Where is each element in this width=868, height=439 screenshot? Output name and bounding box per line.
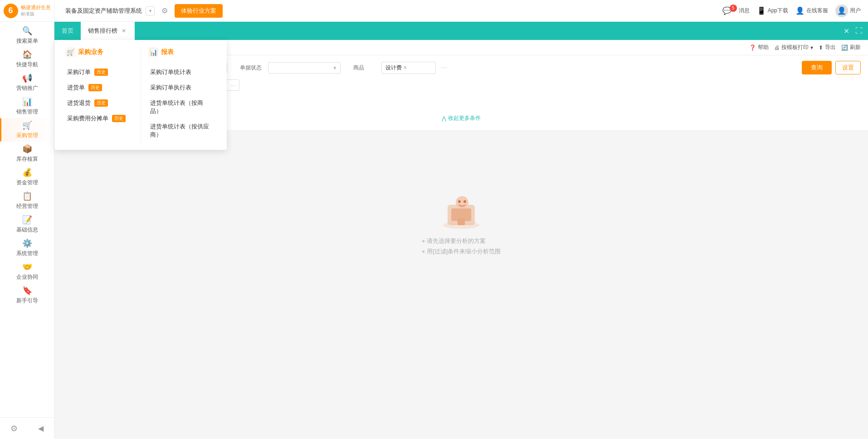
home-icon: 🏠 <box>22 49 32 59</box>
report-order-exec-label: 采购订单执行表 <box>150 84 191 92</box>
operations-icon: 📋 <box>22 191 32 201</box>
logo-area: 6 畅捷通好生意 标准版 <box>0 0 54 22</box>
print-label: 按模板打印 <box>781 44 809 51</box>
tab-home[interactable]: 首页 <box>54 22 81 40</box>
tab-home-label: 首页 <box>62 27 73 35</box>
svg-rect-6 <box>458 218 465 225</box>
system-icon: ⚙️ <box>22 238 32 248</box>
sidebar-label-search: 搜索菜单 <box>16 37 38 45</box>
tab-maximize-btn[interactable]: ⛶ <box>853 25 864 36</box>
sidebar-item-operations[interactable]: 📋 经营管理 <box>0 189 54 212</box>
purchase-receipt-hist: 历史 <box>88 84 102 91</box>
print-dropdown-icon: ▾ <box>810 44 813 51</box>
empty-tip-2: 用[过滤]条件来缩小分析范围 <box>427 248 501 255</box>
goods-more-btn[interactable]: ··· <box>441 64 447 72</box>
top-header: 装备及固定资产辅助管理系统 ▾ ⚙ 体验行业方案 💬 5 消息 📱 App下载 … <box>54 0 868 22</box>
sidebar-nav: 🔍 搜索菜单 🏠 快捷导航 📢 营销推广 📊 销售管理 🛒 采购管理 📦 库存核… <box>0 22 54 417</box>
tab-sales-rank[interactable]: 销售排行榜 ✕ <box>81 22 135 40</box>
report-receipt-supplier-item[interactable]: 进货单统计表（按供应商） <box>148 119 216 143</box>
tab-sales-rank-label: 销售排行榜 <box>88 27 117 35</box>
system-settings-btn[interactable]: ⚙ <box>158 5 171 17</box>
export-btn[interactable]: ⬆ 导出 <box>819 44 836 51</box>
sidebar-label-guide: 新手引导 <box>16 297 38 305</box>
settings-bottom-icon[interactable]: ⚙ <box>10 424 18 434</box>
tab-close-btn[interactable]: ✕ <box>120 27 127 35</box>
report-order-exec-item[interactable]: 采购订单执行表 <box>148 80 216 95</box>
sidebar-item-system[interactable]: ⚙️ 系统管理 <box>0 236 54 260</box>
tabs-bar: 首页 销售排行榜 ✕ ✕ ⛶ <box>54 22 868 40</box>
service-icon: 👤 <box>795 6 805 15</box>
purchase-return-item[interactable]: 进货退货 历史 <box>65 95 137 111</box>
salesman-more-btn[interactable]: ··· <box>230 82 235 89</box>
sidebar-item-funds[interactable]: 💰 资金管理 <box>0 165 54 189</box>
goods-tag-close[interactable]: × <box>404 64 407 71</box>
sidebar-label-funds: 资金管理 <box>16 179 38 187</box>
header-center: 装备及固定资产辅助管理系统 ▾ ⚙ 体验行业方案 <box>62 4 722 18</box>
online-service-btn[interactable]: 👤 在线客服 <box>795 6 828 15</box>
sidebar-item-inventory[interactable]: 📦 库存核算 <box>0 142 54 165</box>
sidebar-item-collab[interactable]: 🤝 企业协同 <box>0 260 54 283</box>
sidebar-item-sales[interactable]: 📊 销售管理 <box>0 94 54 118</box>
purchase-section: 🛒 采购业务 采购订单 历史 进货单 历史 进货退货 历史 采购费用分摊单 历史 <box>62 47 141 143</box>
sidebar-item-marketing[interactable]: 📢 营销推广 <box>0 71 54 94</box>
sidebar-item-search[interactable]: 🔍 搜索菜单 <box>0 24 54 47</box>
collapse-icon: ⋀ <box>442 115 446 122</box>
export-icon: ⬆ <box>819 44 823 51</box>
report-receipt-supplier-label: 进货单统计表（按供应商） <box>150 123 214 139</box>
purchase-order-label: 采购订单 <box>67 68 91 76</box>
logo-icon: 6 <box>4 4 18 18</box>
refresh-btn[interactable]: 🔄 刷新 <box>841 44 861 51</box>
message-btn[interactable]: 💬 5 消息 <box>722 6 750 15</box>
goods-tag-text: 设计费 <box>385 64 402 72</box>
purchase-section-title: 🛒 采购业务 <box>65 47 137 60</box>
svg-point-5 <box>463 200 466 203</box>
report-order-stat-item[interactable]: 采购订单统计表 <box>148 64 216 80</box>
sales-icon: 📊 <box>22 97 32 107</box>
filter-settings-btn[interactable]: 设置 <box>835 61 861 74</box>
sidebar-label-inventory: 库存核算 <box>16 155 38 163</box>
purchase-receipt-item[interactable]: 进货单 历史 <box>65 80 137 95</box>
app-download-label: App下载 <box>768 7 788 15</box>
report-section-icon: 📊 <box>148 47 158 57</box>
filter-actions: 查询 设置 <box>802 61 861 74</box>
tab-close-all-btn[interactable]: ✕ <box>841 25 852 36</box>
help-btn[interactable]: ❓ 帮助 <box>749 44 769 51</box>
purchase-section-label: 采购业务 <box>78 48 103 56</box>
report-receipt-goods-item[interactable]: 进货单统计表（按商品） <box>148 95 216 119</box>
refresh-label: 刷新 <box>850 44 861 51</box>
collab-icon: 🤝 <box>22 262 32 272</box>
logo-name: 畅捷通好生意 <box>21 4 51 11</box>
system-dropdown-btn[interactable]: ▾ <box>146 6 155 15</box>
sidebar-item-guide[interactable]: 🔖 新手引导 <box>0 283 54 307</box>
message-badge: 5 <box>730 5 737 12</box>
empty-tip-1: 请先选择要分析的方案 <box>427 237 486 244</box>
query-btn[interactable]: 查询 <box>802 61 832 74</box>
header-right: 💬 5 消息 📱 App下载 👤 在线客服 👤 用户 <box>722 5 861 17</box>
avatar: 👤 <box>835 5 848 17</box>
system-title: 装备及固定资产辅助管理系统 <box>65 7 142 15</box>
sidebar-label-marketing: 营销推广 <box>16 84 38 92</box>
empty-tips: ● 请先选择要分析的方案 ● 用[过滤]条件来缩小分析范围 <box>422 236 501 257</box>
collapse-text: 收起更多条件 <box>448 114 481 122</box>
sidebar-item-quicknav[interactable]: 🏠 快捷导航 <box>0 47 54 71</box>
purchase-cost-item[interactable]: 采购费用分摊单 历史 <box>65 111 137 126</box>
empty-state: ● 请先选择要分析的方案 ● 用[过滤]条件来缩小分析范围 <box>54 131 868 312</box>
purchase-order-item[interactable]: 采购订单 历史 <box>65 64 137 80</box>
logo-sub: 标准版 <box>21 11 51 17</box>
sidebar-label-system: 系统管理 <box>16 250 38 257</box>
sidebar-item-purchase[interactable]: 🛒 采购管理 <box>0 118 54 142</box>
purchase-cost-label: 采购费用分摊单 <box>67 114 108 123</box>
svg-point-3 <box>456 196 468 209</box>
industry-btn[interactable]: 体验行业方案 <box>175 4 223 18</box>
print-btn[interactable]: 🖨 按模板打印 ▾ <box>774 44 813 51</box>
collapse-sidebar-icon[interactable]: ◀ <box>38 424 44 433</box>
sidebar-item-basicinfo[interactable]: 📝 基础信息 <box>0 212 54 236</box>
report-receipt-goods-label: 进货单统计表（按商品） <box>150 99 214 115</box>
app-download-btn[interactable]: 📱 App下载 <box>757 6 788 15</box>
message-label: 消息 <box>739 7 750 15</box>
voucher-status-dropdown[interactable]: ▾ <box>333 64 336 71</box>
voucher-status-label: 单据状态 <box>240 64 263 72</box>
help-icon: ❓ <box>749 44 756 51</box>
user-btn[interactable]: 👤 用户 <box>835 5 861 17</box>
sidebar-label-operations: 经营管理 <box>16 202 38 210</box>
